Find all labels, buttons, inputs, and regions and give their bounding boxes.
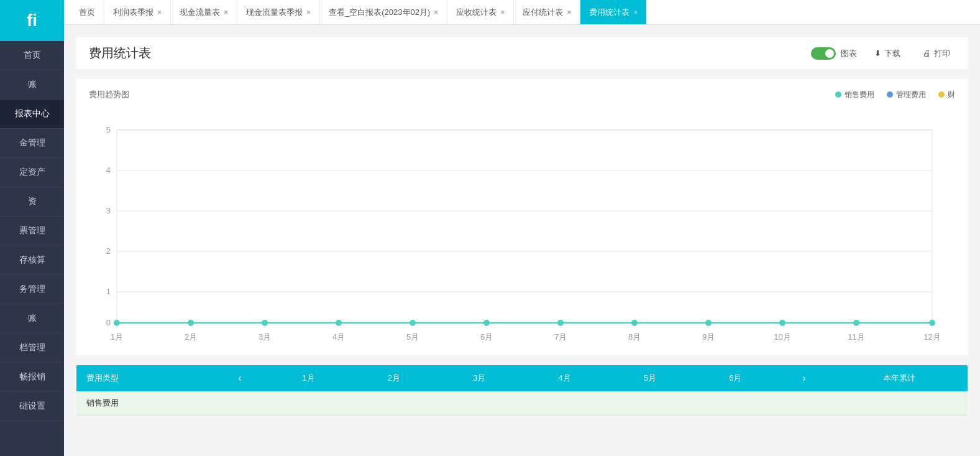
nav-next-button[interactable]: › bbox=[778, 365, 830, 391]
legend-dot-mgmt bbox=[887, 91, 893, 98]
svg-text:6月: 6月 bbox=[480, 332, 493, 342]
legend-label-finance: 财 bbox=[948, 90, 955, 100]
nav-prev-button[interactable]: ‹ bbox=[214, 365, 266, 391]
svg-text:12月: 12月 bbox=[923, 332, 940, 342]
col-header-m1: 1月 bbox=[266, 365, 351, 391]
cell-sales-m2 bbox=[266, 391, 351, 416]
sidebar-item-settings[interactable]: 础设置 bbox=[0, 392, 64, 421]
legend-sales: 销售费用 bbox=[835, 90, 874, 100]
sidebar-item-archive[interactable]: 档管理 bbox=[0, 333, 64, 363]
chart-svg: 5 4 3 2 1 0 bbox=[89, 106, 955, 343]
chart-header: 费用趋势图 销售费用 管理费用 财 bbox=[89, 89, 955, 100]
svg-text:2月: 2月 bbox=[185, 332, 197, 342]
table-row-sales: 销售费用 bbox=[76, 391, 968, 416]
svg-rect-12 bbox=[117, 130, 932, 323]
sidebar-item-ledger[interactable]: 账 bbox=[0, 304, 64, 333]
cell-sales-m6 bbox=[607, 391, 692, 416]
svg-point-22 bbox=[779, 320, 785, 326]
legend-dot-sales bbox=[835, 91, 841, 98]
svg-text:4月: 4月 bbox=[332, 332, 345, 342]
sidebar-item-fixed-assets[interactable]: 定资产 bbox=[0, 158, 64, 187]
col-header-m5: 5月 bbox=[607, 365, 692, 391]
print-label: 打印 bbox=[934, 48, 950, 59]
col-header-m6: 6月 bbox=[693, 365, 778, 391]
chart-title: 费用趋势图 bbox=[89, 89, 129, 100]
tab-cashflow-q[interactable]: 现金流量表季报 × bbox=[237, 0, 320, 25]
legend-label-mgmt: 管理费用 bbox=[896, 90, 926, 100]
svg-text:9月: 9月 bbox=[702, 332, 715, 342]
col-header-m2: 2月 bbox=[351, 365, 436, 391]
download-button[interactable]: ⬇ 下载 bbox=[869, 45, 905, 62]
svg-text:5: 5 bbox=[106, 125, 111, 134]
svg-point-21 bbox=[705, 320, 712, 326]
svg-text:10月: 10月 bbox=[774, 332, 790, 342]
sidebar-item-capital[interactable]: 资 bbox=[0, 187, 64, 216]
chart-svg-wrap: 5 4 3 2 1 0 bbox=[89, 106, 955, 345]
svg-point-16 bbox=[336, 320, 342, 326]
data-table-wrap: 费用类型 ‹ 1月 2月 3月 4月 5月 6月 › 本年累计 销售费用 bbox=[76, 365, 968, 416]
sidebar-item-inventory[interactable]: 存核算 bbox=[0, 246, 64, 275]
tab-close-cashflow[interactable]: × bbox=[224, 8, 228, 17]
cell-sales-m4 bbox=[437, 391, 522, 416]
download-label: 下载 bbox=[884, 48, 900, 59]
svg-text:5月: 5月 bbox=[406, 332, 419, 342]
svg-point-13 bbox=[114, 320, 120, 326]
svg-point-15 bbox=[262, 320, 268, 326]
tab-cashflow[interactable]: 现金流量表 × bbox=[171, 0, 237, 25]
page-title: 费用统计表 bbox=[89, 45, 151, 62]
svg-point-18 bbox=[483, 320, 490, 326]
cell-sales-m5 bbox=[522, 391, 607, 416]
toggle-wrap: 图表 bbox=[811, 47, 857, 60]
legend-dot-finance bbox=[938, 91, 945, 98]
svg-text:3月: 3月 bbox=[259, 332, 271, 342]
page-body: 费用统计表 图表 ⬇ 下载 🖨 打印 费用趋势图 bbox=[64, 25, 980, 456]
tab-close-profit[interactable]: × bbox=[157, 8, 162, 17]
sidebar-item-service[interactable]: 务管理 bbox=[0, 275, 64, 304]
tab-blank[interactable]: 查看_空白报表(2023年02月) × bbox=[320, 0, 447, 25]
download-icon: ⬇ bbox=[874, 49, 881, 58]
cell-sales-m6b bbox=[693, 391, 778, 416]
sidebar-item-report-center[interactable]: 报表中心 bbox=[0, 100, 64, 129]
data-table: 费用类型 ‹ 1月 2月 3月 4月 5月 6月 › 本年累计 销售费用 bbox=[76, 365, 968, 416]
col-header-ytd: 本年累计 bbox=[830, 365, 968, 391]
tab-expense[interactable]: 费用统计表 × bbox=[580, 0, 647, 25]
tab-home[interactable]: 首页 bbox=[70, 0, 104, 25]
page-header: 费用统计表 图表 ⬇ 下载 🖨 打印 bbox=[76, 37, 968, 69]
cell-sales-ytd bbox=[830, 391, 968, 416]
tab-close-blank[interactable]: × bbox=[434, 8, 438, 17]
chart-toggle[interactable] bbox=[811, 47, 836, 60]
tab-profit[interactable]: 利润表季报 × bbox=[104, 0, 171, 25]
svg-text:8月: 8月 bbox=[628, 332, 641, 342]
sidebar-item-account[interactable]: 账 bbox=[0, 70, 64, 100]
tab-close-payable[interactable]: × bbox=[567, 8, 571, 17]
sidebar-item-home[interactable]: 首页 bbox=[0, 41, 64, 70]
sidebar-item-bill[interactable]: 票管理 bbox=[0, 216, 64, 246]
svg-text:2: 2 bbox=[106, 246, 111, 256]
cell-sales-nav bbox=[778, 391, 830, 416]
legend-label-sales: 销售费用 bbox=[845, 90, 874, 100]
svg-point-24 bbox=[929, 320, 935, 326]
tab-close-receivable[interactable]: × bbox=[500, 8, 505, 17]
sidebar-logo: fi bbox=[0, 0, 64, 41]
legend-finance: 财 bbox=[938, 90, 955, 100]
tab-close-cashflow-q[interactable]: × bbox=[306, 8, 311, 17]
col-header-m4: 4月 bbox=[522, 365, 607, 391]
svg-point-14 bbox=[188, 320, 194, 326]
print-button[interactable]: 🖨 打印 bbox=[918, 45, 955, 62]
tab-receivable[interactable]: 应收统计表 × bbox=[447, 0, 514, 25]
sidebar-item-expense[interactable]: 畅报销 bbox=[0, 363, 64, 392]
svg-text:7月: 7月 bbox=[554, 332, 567, 342]
print-icon: 🖨 bbox=[923, 49, 931, 58]
header-actions: 图表 ⬇ 下载 🖨 打印 bbox=[811, 45, 955, 62]
chart-container: 费用趋势图 销售费用 管理费用 财 bbox=[76, 79, 968, 355]
svg-text:4: 4 bbox=[106, 165, 111, 175]
cell-sales-m1 bbox=[214, 391, 266, 416]
svg-point-17 bbox=[410, 320, 416, 326]
svg-text:1: 1 bbox=[106, 287, 111, 296]
main-area: 首页 利润表季报 × 现金流量表 × 现金流量表季报 × 查看_空白报表(202… bbox=[64, 0, 980, 456]
sidebar-item-finance[interactable]: 金管理 bbox=[0, 129, 64, 158]
tab-close-expense[interactable]: × bbox=[633, 8, 638, 17]
col-header-m3: 3月 bbox=[437, 365, 522, 391]
toggle-label: 图表 bbox=[841, 48, 857, 59]
tab-payable[interactable]: 应付统计表 × bbox=[514, 0, 580, 25]
